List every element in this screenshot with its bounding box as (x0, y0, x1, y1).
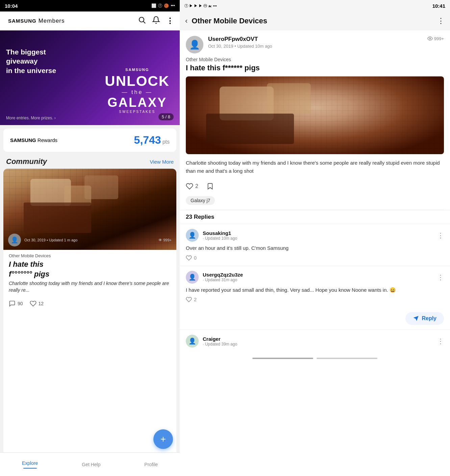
scroll-indicators (180, 355, 450, 362)
like-button[interactable]: 2 (186, 183, 198, 190)
banner-counter: 5 / 8 (158, 113, 174, 120)
post-meta-small: Oct 30, 2019 • Updated 1 m ago (24, 238, 155, 242)
reply-input-bar: Reply (180, 307, 450, 330)
left-panel: 10:04 ⬜ ⓕ 🏀 ••• SAMSUNGMembers ⋮ The big… (0, 0, 180, 476)
post-title: I hate this f°°°°°°° pigs (9, 260, 171, 279)
reply-author-row-3: 👤 Craiger · Updated 39m ago ⋮ (186, 335, 444, 348)
reply-avatar-2: 👤 (186, 271, 199, 284)
post-detail-title: I hate this f****** pigs (180, 64, 450, 76)
author-name: UseroPFpw0xOVT (208, 36, 423, 43)
reply-avatar-3: 👤 (186, 335, 199, 348)
author-section: 👤 UseroPFpw0xOVT Oct 30, 2019 • Updated … (180, 30, 450, 57)
views-badge: 999+ (427, 36, 444, 41)
post-overlay-info: 👤 Oct 30, 2019 • Updated 1 m ago 👁 999+ (8, 234, 172, 246)
app-logo: SAMSUNGMembers (6, 18, 65, 24)
status-icons-left: ⬜ ⓕ 🏀 ••• (151, 3, 175, 9)
reply-item-2: 👤 UsergqZqz2u3ze · Updated 31m ago ⋮ I h… (180, 266, 450, 308)
svg-point-0 (139, 17, 144, 22)
time-right: 10:41 (432, 3, 445, 9)
rewards-label: SAMSUNG Rewards (10, 137, 57, 143)
post-avatar-small: 👤 (8, 234, 21, 246)
community-post-card[interactable]: 👤 Oct 30, 2019 • Updated 1 m ago 👁 999+ … (3, 169, 176, 476)
reply-more-1[interactable]: ⋮ (437, 231, 444, 239)
status-bar-right: ⓕ ▶ ▶ ▶ ⓜ 🏍 ••• 10:41 (180, 0, 450, 11)
reply-item-3: 👤 Craiger · Updated 39m ago ⋮ (180, 330, 450, 355)
post-body: Charlotte shooting today with my friends… (9, 280, 171, 293)
nav-explore[interactable]: Explore (15, 458, 45, 471)
nav-profile[interactable]: Profile (138, 459, 165, 470)
replies-header: 23 Replies (180, 210, 450, 224)
reply-author-name-1: Sousaking1 (203, 230, 237, 236)
reply-like-2[interactable]: 2 (186, 296, 444, 303)
post-content: Other Mobile Devices I hate this f°°°°°°… (3, 250, 176, 297)
banner-unlock-text: SAMSUNG UNLOCK — the — GALAXY SWEEPSTAKE… (105, 68, 170, 114)
svg-line-1 (144, 22, 146, 24)
like-count: 12 (30, 300, 44, 307)
bookmark-button[interactable] (206, 183, 214, 190)
reply-author-info-1: Sousaking1 · Updated 10m ago (203, 230, 237, 241)
post-detail-category: Other Mobile Devices (180, 57, 450, 64)
reply-meta-2: · Updated 31m ago (203, 278, 243, 282)
right-panel: ⓕ ▶ ▶ ▶ ⓜ 🏍 ••• 10:41 ‹ Other Mobile Dev… (180, 0, 450, 476)
right-top-bar: ‹ Other Mobile Devices ⋮ (180, 11, 450, 30)
more-entries-text: More entries. More prizes. › (6, 116, 56, 120)
comment-count: 90 (9, 300, 23, 307)
reply-more-3[interactable]: ⋮ (437, 337, 444, 345)
reply-text-2: I have reported your sad small and thin,… (186, 286, 444, 294)
more-button-right[interactable]: ⋮ (437, 17, 445, 25)
bottom-nav: Explore Get Help Profile (0, 452, 180, 476)
reply-more-2[interactable]: ⋮ (437, 273, 444, 281)
reply-avatar-1: 👤 (186, 229, 199, 242)
banner-tagline: The biggest giveaway in the universe (6, 47, 56, 75)
tags-area: Galaxy j7 (180, 195, 450, 210)
back-button[interactable]: ‹ (185, 17, 188, 25)
more-icon-left[interactable]: ⋮ (166, 17, 174, 25)
author-avatar: 👤 (186, 36, 203, 53)
view-more-button[interactable]: View More (150, 159, 174, 165)
banner: The biggest giveaway in the universe SAM… (0, 30, 180, 125)
scroll-indicator-2 (317, 358, 377, 359)
reply-author-name-2: UsergqZqz2u3ze (203, 272, 243, 278)
status-bar-left: 10:04 ⬜ ⓕ 🏀 ••• (0, 0, 180, 11)
post-detail-image (186, 76, 444, 154)
svg-point-2 (429, 38, 431, 39)
reply-meta-1: · Updated 10m ago (203, 236, 237, 241)
reply-author-row-1: 👤 Sousaking1 · Updated 10m ago ⋮ (186, 229, 444, 242)
fab-button[interactable]: + (153, 429, 173, 449)
author-info: UseroPFpw0xOVT Oct 30, 2019 • Updated 10… (208, 36, 423, 49)
svg-marker-3 (414, 316, 419, 321)
right-content: 👤 UseroPFpw0xOVT Oct 30, 2019 • Updated … (180, 30, 450, 476)
rewards-points: 5,743pts (134, 134, 170, 146)
reply-button[interactable]: Reply (405, 312, 444, 325)
rewards-card: SAMSUNG Rewards 5,743pts (3, 128, 176, 152)
reply-like-1[interactable]: 0 (186, 255, 444, 261)
reply-text-1: Over an hour and it's still up. C'mon Sa… (186, 244, 444, 252)
post-detail-body: Charlotte shooting today with my friends… (180, 154, 450, 180)
search-icon[interactable] (138, 16, 146, 26)
reply-author-row-2: 👤 UsergqZqz2u3ze · Updated 31m ago ⋮ (186, 271, 444, 284)
page-title: Other Mobile Devices (192, 17, 433, 25)
post-image: 👤 Oct 30, 2019 • Updated 1 m ago 👁 999+ (3, 169, 176, 250)
post-actions: 90 12 (3, 297, 176, 310)
reply-meta-3: · Updated 39m ago (203, 342, 237, 347)
bell-icon[interactable] (152, 16, 160, 26)
post-detail-actions: 2 (180, 180, 450, 195)
reply-item: 👤 Sousaking1 · Updated 10m ago ⋮ Over an… (180, 224, 450, 266)
scroll-indicator-1 (252, 358, 313, 359)
community-title: Community (6, 157, 47, 166)
top-bar-left: SAMSUNGMembers ⋮ (0, 11, 180, 30)
tag-chip[interactable]: Galaxy j7 (186, 196, 215, 205)
reply-author-info-2: UsergqZqz2u3ze · Updated 31m ago (203, 272, 243, 282)
post-views: 👁 999+ (158, 238, 172, 242)
post-category: Other Mobile Devices (9, 253, 171, 258)
reply-author-info-3: Craiger · Updated 39m ago (203, 336, 237, 347)
nav-get-help[interactable]: Get Help (75, 459, 107, 470)
top-bar-icons: ⋮ (138, 16, 174, 26)
community-header: Community View More (0, 152, 180, 169)
author-meta: Oct 30, 2019 • Updated 10m ago (208, 44, 423, 49)
time-left: 10:04 (5, 3, 18, 9)
reply-author-name-3: Craiger (203, 336, 237, 342)
status-icons-right-left: ⓕ ▶ ▶ ▶ ⓜ 🏍 ••• (184, 3, 217, 8)
